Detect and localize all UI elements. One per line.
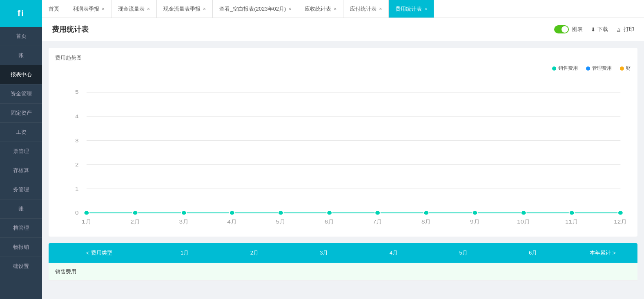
th-m5-label: 5月 bbox=[459, 249, 467, 257]
download-icon: ⬇ bbox=[591, 27, 595, 33]
legend-dot-sales bbox=[552, 66, 556, 71]
th-m3-label: 3月 bbox=[320, 249, 328, 257]
svg-text:2月: 2月 bbox=[130, 219, 140, 224]
svg-text:3月: 3月 bbox=[179, 219, 189, 224]
svg-text:7月: 7月 bbox=[373, 219, 383, 224]
chart-toggle[interactable] bbox=[554, 25, 569, 33]
svg-text:10月: 10月 bbox=[517, 219, 530, 224]
close-icon[interactable]: × bbox=[288, 6, 291, 12]
page-header: 费用统计表 图表 ⬇ 下载 🖨 打印 bbox=[42, 18, 644, 41]
legend-finance: 财 bbox=[620, 65, 631, 72]
print-icon: 🖨 bbox=[616, 27, 622, 33]
svg-text:4: 4 bbox=[75, 113, 79, 119]
sidebar-item-payroll[interactable]: 工资 bbox=[0, 123, 42, 142]
svg-text:1月: 1月 bbox=[82, 219, 91, 224]
th-m3: 3月 bbox=[289, 249, 359, 257]
chart-toggle-label: 图表 bbox=[572, 26, 583, 33]
sidebar-item-ledger[interactable]: 账 bbox=[0, 199, 42, 219]
sidebar-item-fixed-assets[interactable]: 固定资产 bbox=[0, 104, 42, 123]
legend-dot-admin bbox=[586, 66, 590, 71]
svg-text:0: 0 bbox=[75, 210, 79, 215]
tab-payable[interactable]: 应付统计表 × bbox=[343, 0, 389, 18]
svg-point-29 bbox=[327, 211, 332, 215]
th-m5: 5月 bbox=[428, 249, 498, 257]
sidebar-item-inventory[interactable]: 存核算 bbox=[0, 161, 42, 180]
tab-cashflow[interactable]: 现金流量表 × bbox=[111, 0, 157, 18]
tab-home[interactable]: 首页 bbox=[42, 0, 66, 18]
chart-legend: 销售费用 管理费用 财 bbox=[55, 65, 631, 72]
svg-text:6月: 6月 bbox=[325, 219, 334, 224]
legend-label-finance: 财 bbox=[626, 65, 631, 72]
print-button[interactable]: 🖨 打印 bbox=[616, 26, 634, 33]
th-m2: 2月 bbox=[219, 249, 289, 257]
svg-point-31 bbox=[423, 211, 429, 215]
line-chart-svg: 0 1 2 3 4 5 1月 2月 3月 4月 5月 6月 7月 8月 9 bbox=[55, 75, 631, 230]
th-ytd: 本年累计 > bbox=[568, 249, 637, 257]
svg-text:8月: 8月 bbox=[421, 219, 431, 224]
th-m4-label: 4月 bbox=[390, 249, 398, 257]
sidebar-item-settings[interactable]: 础设置 bbox=[0, 257, 42, 276]
svg-point-24 bbox=[84, 211, 89, 215]
sidebar-item-expense[interactable]: 畅报销 bbox=[0, 238, 42, 257]
close-icon[interactable]: × bbox=[102, 6, 105, 12]
sidebar-item-fund[interactable]: 资金管理 bbox=[0, 84, 42, 104]
legend-admin: 管理费用 bbox=[586, 65, 612, 72]
header-actions: 图表 ⬇ 下载 🖨 打印 bbox=[554, 25, 634, 33]
th-m4: 4月 bbox=[359, 249, 429, 257]
sidebar-item-archive[interactable]: 档管理 bbox=[0, 219, 42, 238]
svg-text:1: 1 bbox=[75, 186, 79, 191]
content-area: 费用统计表 图表 ⬇ 下载 🖨 打印 费用趋势图 bbox=[42, 18, 644, 299]
svg-point-33 bbox=[521, 211, 526, 215]
close-icon[interactable]: × bbox=[424, 6, 427, 12]
sidebar: fi 首页 账 报表中心 资金管理 固定资产 工资 票管理 存核算 务管理 账 … bbox=[0, 0, 42, 299]
svg-text:12月: 12月 bbox=[614, 219, 627, 224]
th-m6: 6月 bbox=[498, 249, 568, 257]
app-logo: fi bbox=[0, 0, 42, 27]
print-label: 打印 bbox=[624, 26, 634, 33]
tab-receivable[interactable]: 应收统计表 × bbox=[298, 0, 343, 18]
th-ytd-label: 本年累计 bbox=[590, 249, 611, 257]
sidebar-item-invoice[interactable]: 票管理 bbox=[0, 142, 42, 161]
legend-dot-finance bbox=[620, 66, 624, 71]
download-button[interactable]: ⬇ 下载 bbox=[591, 26, 608, 33]
svg-point-26 bbox=[181, 211, 187, 215]
table-row: 销售费用 bbox=[49, 263, 637, 281]
th-m2-label: 2月 bbox=[250, 249, 258, 257]
svg-point-28 bbox=[278, 211, 283, 215]
close-icon[interactable]: × bbox=[203, 6, 206, 12]
tab-profit[interactable]: 利润表季报 × bbox=[66, 0, 111, 18]
svg-text:11月: 11月 bbox=[565, 219, 578, 224]
legend-label-admin: 管理费用 bbox=[592, 65, 612, 72]
th-type: < 费用类型 bbox=[49, 249, 150, 257]
svg-point-34 bbox=[569, 211, 575, 215]
data-table-section: < 费用类型 1月 2月 3月 4月 5月 bbox=[49, 243, 637, 281]
page-title: 费用统计表 bbox=[52, 24, 89, 34]
download-label: 下载 bbox=[597, 26, 608, 33]
chart-section: 费用趋势图 销售费用 管理费用 财 bbox=[49, 48, 637, 237]
svg-point-27 bbox=[230, 211, 235, 215]
svg-text:2: 2 bbox=[75, 162, 79, 167]
tab-cashflow-q[interactable]: 现金流量表季报 × bbox=[157, 0, 213, 18]
table-body: 销售费用 bbox=[49, 263, 637, 281]
svg-point-32 bbox=[472, 211, 478, 215]
sidebar-item-home[interactable]: 首页 bbox=[0, 27, 42, 46]
tab-blank-report[interactable]: 查看_空白报表(2023年02月) × bbox=[213, 0, 298, 18]
tab-expense-stats[interactable]: 费用统计表 × bbox=[389, 0, 434, 18]
sidebar-item-account[interactable]: 账 bbox=[0, 46, 42, 65]
legend-sales: 销售费用 bbox=[552, 65, 578, 72]
close-icon[interactable]: × bbox=[334, 6, 336, 12]
legend-label-sales: 销售费用 bbox=[558, 65, 578, 72]
close-icon[interactable]: × bbox=[379, 6, 382, 12]
close-icon[interactable]: × bbox=[147, 6, 150, 12]
chart-container: 0 1 2 3 4 5 1月 2月 3月 4月 5月 6月 7月 8月 9 bbox=[55, 75, 631, 230]
chart-toggle-wrap: 图表 bbox=[554, 25, 583, 33]
sidebar-item-business[interactable]: 务管理 bbox=[0, 180, 42, 199]
prev-nav-btn[interactable]: < bbox=[86, 250, 89, 256]
tab-bar: 首页 利润表季报 × 现金流量表 × 现金流量表季报 × 查看_空白报表(202… bbox=[42, 0, 644, 18]
svg-text:9月: 9月 bbox=[470, 219, 480, 224]
svg-point-25 bbox=[133, 211, 138, 215]
main-area: 首页 利润表季报 × 现金流量表 × 现金流量表季报 × 查看_空白报表(202… bbox=[42, 0, 644, 299]
svg-text:5: 5 bbox=[75, 89, 79, 95]
next-nav-btn[interactable]: > bbox=[613, 250, 616, 256]
sidebar-item-report[interactable]: 报表中心 bbox=[0, 65, 42, 84]
